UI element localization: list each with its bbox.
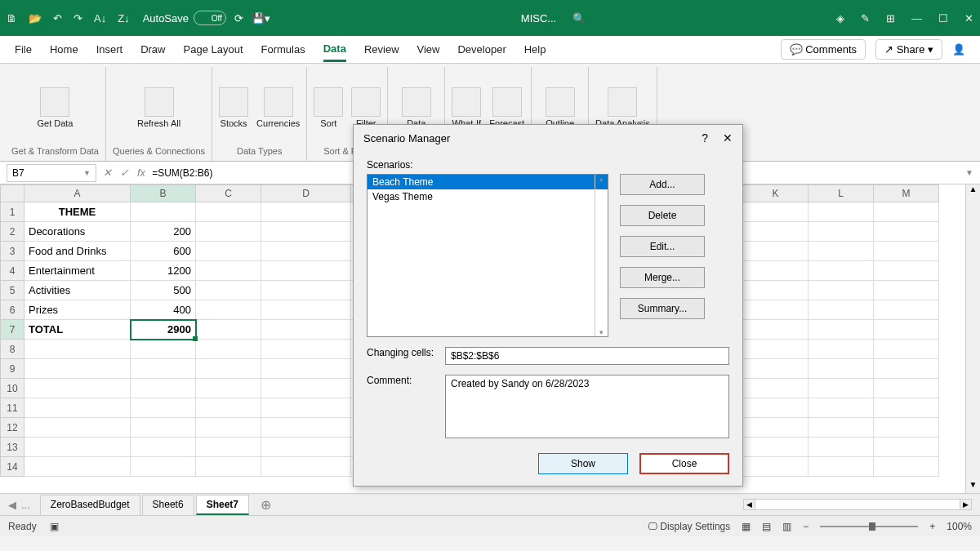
cell[interactable] [24,340,131,359]
search-icon[interactable]: 🔍 [572,12,586,24]
refresh-icon[interactable]: ⟳ [234,12,243,24]
cell[interactable] [261,418,351,438]
dialog-close-icon[interactable]: ✕ [723,131,733,144]
undo-icon[interactable]: ↶ [53,12,62,24]
cell[interactable] [808,242,874,261]
edit-button[interactable]: Edit... [620,236,705,257]
tab-page-layout[interactable]: Page Layout [184,38,243,60]
cell[interactable]: 600 [131,242,196,261]
cell[interactable] [874,438,939,457]
cell[interactable] [808,359,874,379]
cell[interactable] [808,457,874,477]
cell[interactable] [196,457,261,477]
cell[interactable] [196,300,261,320]
ribbon-stocks[interactable]: Stocks [219,87,248,128]
zoom-slider[interactable] [820,526,918,527]
tab-file[interactable]: File [15,38,32,60]
cell[interactable] [196,222,261,242]
record-macro-icon[interactable]: ▣ [50,521,59,532]
zoom-level[interactable]: 100% [947,521,972,532]
sheet-tab-zerobasedbudget[interactable]: ZeroBasedBudget [40,495,140,515]
sheet-tab-sheet7[interactable]: Sheet7 [196,495,249,515]
ribbon-filter[interactable]: Filter [351,87,381,128]
cell[interactable] [808,300,874,320]
row-header[interactable]: 8 [0,340,24,359]
tab-data[interactable]: Data [323,38,346,62]
cell[interactable]: TOTAL [24,320,131,340]
cell[interactable] [261,242,351,261]
cell[interactable] [196,379,261,398]
cell[interactable]: Prizes [24,300,131,320]
cell[interactable] [808,379,874,398]
close-window-icon[interactable]: ✕ [964,12,973,24]
ribbon-sort[interactable]: Sort [314,87,343,128]
cell[interactable] [808,261,874,281]
display-settings[interactable]: 🖵 Display Settings [648,521,730,532]
tab-insert[interactable]: Insert [96,38,123,60]
dialog-titlebar[interactable]: Scenario Manager ? ✕ [354,125,742,151]
diamond-icon[interactable]: ◈ [836,12,844,24]
cell[interactable]: 400 [131,300,196,320]
new-file-icon[interactable]: 🗎 [7,12,17,24]
cell[interactable] [261,398,351,418]
row-header[interactable]: 10 [0,379,24,398]
cell[interactable] [743,457,808,477]
cell[interactable]: 2900 [131,320,196,340]
cell[interactable] [808,202,874,222]
zoom-out-icon[interactable]: − [803,521,808,532]
cell[interactable] [808,222,874,242]
sheet-tab-sheet6[interactable]: Sheet6 [142,495,194,515]
cell[interactable] [743,202,808,222]
row-header[interactable]: 1 [0,202,24,222]
row-header[interactable]: 3 [0,242,24,261]
minimize-icon[interactable]: — [911,12,922,24]
fx-icon[interactable]: fx [137,167,145,179]
tab-review[interactable]: Review [364,38,399,60]
cell[interactable] [196,281,261,300]
close-button[interactable]: Close [639,453,729,474]
tab-home[interactable]: Home [50,38,78,60]
cell[interactable] [261,320,351,340]
autosave-toggle[interactable]: Off [194,11,226,25]
ribbon-currencies[interactable]: Currencies [256,87,300,128]
cell[interactable] [196,320,261,340]
row-header[interactable]: 14 [0,457,24,477]
cell[interactable] [196,438,261,457]
cell[interactable] [743,398,808,418]
cell[interactable] [131,379,196,398]
cell[interactable] [874,340,939,359]
row-header[interactable]: 13 [0,438,24,457]
help-icon[interactable]: ? [702,131,708,144]
tab-help[interactable]: Help [524,38,546,60]
view-page-icon[interactable]: ▤ [762,521,771,532]
cell[interactable] [743,222,808,242]
open-icon[interactable]: 📂 [29,12,42,24]
account-icon[interactable]: 👤 [952,38,965,60]
share-button[interactable]: ↗ Share ▾ [875,39,942,60]
row-header[interactable]: 9 [0,359,24,379]
cell[interactable] [261,300,351,320]
cell[interactable] [874,418,939,438]
col-header[interactable]: M [874,184,939,202]
horizontal-scrollbar[interactable]: ◀ ▶ [743,499,972,510]
cell[interactable] [808,340,874,359]
show-button[interactable]: Show [538,453,628,474]
cell[interactable] [743,359,808,379]
cell[interactable] [261,202,351,222]
cell[interactable] [874,379,939,398]
tab-developer[interactable]: Developer [457,38,506,60]
view-normal-icon[interactable]: ▦ [742,521,751,532]
autosave[interactable]: AutoSave Off [143,11,226,25]
cell[interactable] [24,398,131,418]
tab-draw[interactable]: Draw [140,38,165,60]
window-icon[interactable]: ⊞ [886,12,895,24]
cell[interactable] [874,457,939,477]
row-header[interactable]: 6 [0,300,24,320]
scenarios-listbox[interactable]: Beach ThemeVegas Theme▴▾ [367,174,608,337]
cell[interactable] [131,359,196,379]
cell[interactable] [874,359,939,379]
scenarios-scrollbar[interactable]: ▴▾ [595,175,608,336]
cell[interactable] [131,202,196,222]
cell[interactable] [24,379,131,398]
vertical-scrollbar[interactable]: ▲ ▼ [965,184,980,493]
